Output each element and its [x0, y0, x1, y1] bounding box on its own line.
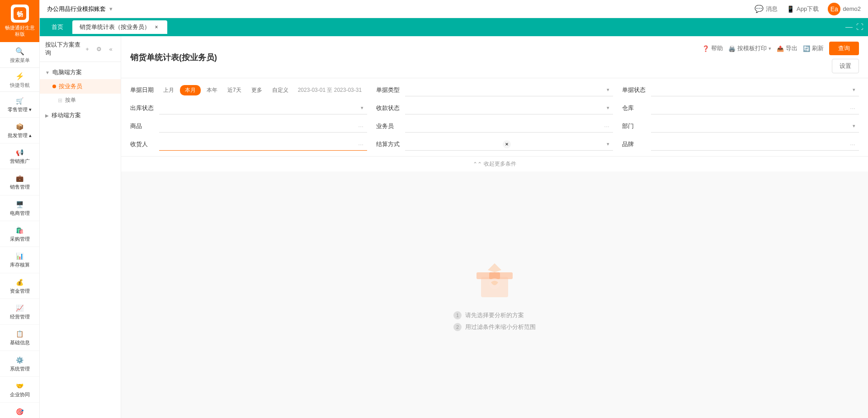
settings-scheme-button[interactable]: ⚙: [94, 44, 104, 53]
sidebar-search-item[interactable]: 🔍 搜索菜单: [0, 42, 39, 68]
left-panel-header: 按以下方案查询 + ⚙ «: [40, 36, 121, 62]
search-menu-label: 搜索菜单: [10, 57, 30, 64]
date-custom-btn[interactable]: 自定义: [268, 85, 292, 95]
sidebar-item-finance[interactable]: 💰 资金管理: [0, 273, 39, 299]
query-button[interactable]: 查询: [829, 42, 859, 55]
sidebar-item-operations[interactable]: 📈 经营管理: [0, 299, 39, 325]
receipt-status-select[interactable]: ▾: [405, 102, 613, 114]
payment-clear-button[interactable]: ×: [503, 140, 511, 148]
brand-ellipsis-icon: ···: [850, 141, 855, 148]
date-last-month-btn[interactable]: 上月: [159, 85, 178, 95]
username-label: demo2: [843, 5, 861, 12]
date-this-month-btn[interactable]: 本月: [180, 85, 201, 95]
print-label: 按模板打印: [737, 44, 767, 52]
doc-type-dropdown-icon: ▾: [607, 87, 609, 93]
logo-icon: 畅: [11, 5, 29, 23]
filter-brand: 品牌 ···: [622, 138, 859, 151]
filter-doc-type: 单据类型 ▾: [376, 84, 613, 96]
expand-desktop-icon: ▼: [45, 70, 50, 75]
left-panel: 按以下方案查询 + ⚙ « ▼: [40, 36, 121, 418]
staff-select[interactable]: ···: [405, 120, 613, 133]
collapse-row: ⌃⌃ 收起更多条件: [121, 157, 868, 171]
sidebar-item-basic[interactable]: 📋 基础信息: [0, 325, 39, 351]
print-icon: 🖨️: [728, 45, 736, 52]
filter-department: 部门 ▾: [622, 120, 859, 133]
tab-maximize-button[interactable]: ⛶: [856, 23, 863, 31]
main-content-area: 1 请先选择要分析的方案 2 用过滤条件来缩小分析范围: [121, 171, 868, 418]
collapse-panel-button[interactable]: «: [106, 44, 115, 53]
logo-area[interactable]: 畅 畅捷通好生意 标版: [0, 0, 39, 42]
breadcrumb: 办公用品行业模拟账套 ▾: [47, 5, 113, 13]
mobile-group-header[interactable]: ▶ 移动端方案: [40, 109, 121, 122]
messages-button[interactable]: 💬 消息: [755, 5, 778, 13]
brand-select[interactable]: ···: [651, 138, 859, 151]
user-area[interactable]: Ea demo2: [828, 3, 861, 15]
tab-home[interactable]: 首页: [44, 20, 71, 34]
tab-sales-stats[interactable]: 销货单统计表（按业务员） ×: [72, 20, 167, 34]
sidebar-item-newbie[interactable]: 🎯 新手引导: [0, 403, 39, 418]
sidebar-item-sales[interactable]: 💼 销售管理: [0, 169, 39, 195]
out-status-dropdown-icon: ▾: [361, 105, 363, 111]
desktop-group-header[interactable]: ▼ 电脑端方案: [40, 66, 121, 79]
goods-select[interactable]: ···: [159, 120, 367, 133]
tab-sales-stats-label: 销货单统计表（按业务员）: [80, 23, 150, 31]
refresh-button[interactable]: 🔄 刷新: [803, 44, 824, 52]
doc-status-dropdown-icon: ▾: [853, 87, 855, 93]
collapse-label: 收起更多条件: [484, 160, 516, 168]
brand-label: 品牌: [622, 140, 647, 148]
tab-close-button[interactable]: ×: [153, 24, 160, 31]
collapse-filters-button[interactable]: ⌃⌃ 收起更多条件: [473, 160, 516, 168]
print-button[interactable]: 🖨️ 按模板打印 ▾: [728, 44, 771, 52]
date-more-btn[interactable]: 更多: [247, 85, 266, 95]
sidebar-item-marketing[interactable]: 📢 营销推广: [0, 143, 39, 169]
right-panel: 销货单统计表(按业务员) ❓ 帮助 🖨️ 按模板打印 ▾: [121, 36, 868, 418]
add-scheme-button[interactable]: +: [83, 44, 92, 53]
sidebar-item-enterprise[interactable]: 🤝 企业协同: [0, 377, 39, 403]
breadcrumb-dropdown-icon[interactable]: ▾: [109, 5, 113, 12]
warehouse-select[interactable]: ···: [651, 102, 859, 114]
tip-2-text: 用过滤条件来缩小分析范围: [465, 323, 536, 331]
date-this-year-btn[interactable]: 本年: [203, 85, 222, 95]
settings-button[interactable]: 设置: [832, 59, 859, 73]
payment-dropdown-icon: ▾: [607, 141, 609, 147]
payment-select[interactable]: × ▾: [405, 138, 613, 151]
filter-goods: 商品 ···: [130, 120, 367, 133]
filter-row-4: 收货人 ··· 结算方式 × ▾: [130, 138, 859, 151]
staff-label: 业务员: [376, 122, 401, 130]
receipt-status-label: 收款状态: [376, 104, 401, 112]
sidebar-item-purchase[interactable]: 🛍️ 采购管理: [0, 221, 39, 247]
receiver-input[interactable]: ···: [159, 138, 367, 151]
doc-type-select[interactable]: ▾: [405, 84, 613, 96]
sidebar-item-wholesale[interactable]: 📦 批发管理 ▴: [0, 118, 39, 143]
inventory-icon: 📊: [15, 252, 24, 261]
sidebar-item-ecommerce[interactable]: 🖥️ 电商管理: [0, 195, 39, 221]
empty-tips: 1 请先选择要分析的方案 2 用过滤条件来缩小分析范围: [453, 311, 536, 331]
warehouse-label: 仓库: [622, 104, 647, 112]
sidebar-item-inventory[interactable]: 📊 库存核算: [0, 247, 39, 273]
wholesale-label: 批发管理 ▴: [8, 132, 32, 138]
scheme-item-by-order[interactable]: ⊞ 按单: [40, 94, 121, 107]
sidebar-item-system[interactable]: ⚙️ 系统管理: [0, 351, 39, 377]
scheme-item-by-staff[interactable]: 按业务员: [40, 79, 121, 94]
desktop-group-label: 电脑端方案: [52, 68, 82, 76]
active-scheme-indicator: [52, 85, 56, 88]
tip-1-text: 请先选择要分析的方案: [465, 311, 524, 319]
date-last-7days-btn[interactable]: 近7天: [223, 85, 245, 95]
export-button[interactable]: 📤 导出: [777, 44, 797, 52]
department-dropdown-icon: ▾: [853, 123, 855, 129]
department-select[interactable]: ▾: [651, 120, 859, 133]
help-button[interactable]: ❓ 帮助: [702, 44, 723, 52]
download-icon: 📱: [787, 5, 794, 13]
sidebar-item-retail[interactable]: 🛒 零售管理 ▾: [0, 92, 39, 118]
out-status-select[interactable]: ▾: [159, 102, 367, 114]
doc-status-select[interactable]: ▾: [651, 84, 859, 96]
operations-label: 经营管理: [10, 314, 30, 320]
tab-minimize-button[interactable]: —: [845, 23, 853, 31]
app-download-button[interactable]: 📱 App下载: [787, 5, 819, 13]
sales-label: 销售管理: [10, 184, 30, 190]
add-icon: +: [85, 46, 89, 52]
retail-label: 零售管理 ▾: [8, 106, 32, 113]
sidebar-quick-nav-item[interactable]: ⚡ 快捷导航: [0, 68, 39, 92]
basic-icon: 📋: [15, 329, 24, 338]
help-label: 帮助: [711, 44, 723, 52]
